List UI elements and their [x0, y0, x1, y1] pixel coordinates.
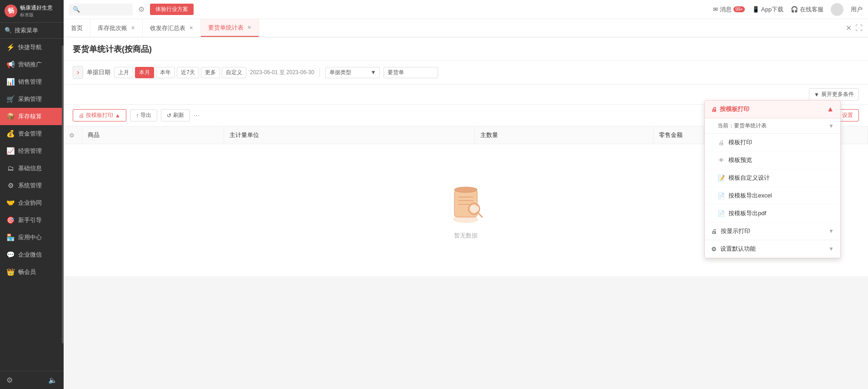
sidebar-search-label: 搜索菜单	[15, 26, 38, 35]
sidebar-item-inventory[interactable]: 📦 库存核算	[0, 108, 64, 125]
dropdown-item-template-print[interactable]: 🖨 模板打印	[705, 134, 840, 152]
sidebar-search-item[interactable]: 🔍 搜索菜单	[0, 23, 64, 39]
logo-title: 畅康通好生意	[20, 5, 53, 12]
date-btn-custom[interactable]: 自定义	[222, 67, 246, 78]
refresh-btn[interactable]: ↺ 刷新	[161, 109, 190, 121]
content-area: 要货单统计表(按商品) › 单据日期 上月 本月 本年 近7天 更多 自定义 2…	[64, 37, 868, 389]
goods-filter[interactable]: 要货单	[384, 67, 438, 78]
dropdown-collapse-btn[interactable]: ▲	[827, 105, 834, 113]
date-btn-last-month[interactable]: 上月	[114, 67, 133, 78]
basic-icon: 🗂	[6, 164, 15, 172]
search-icon: 🔍	[5, 27, 12, 34]
tab-receipt[interactable]: 收发存汇总表 ✕	[143, 19, 201, 37]
avatar[interactable]	[831, 3, 843, 16]
sidebar-menu: ⚡ 快捷导航 📢 营销推广 📊 销售管理 🛒 采购管理 📦 库存核算 💰 资金管…	[0, 39, 64, 371]
tab-bar-actions: ✕ ⛶	[846, 24, 868, 32]
sidebar-item-quicknav[interactable]: ⚡ 快捷导航	[0, 39, 64, 56]
top-search-box[interactable]: 🔍	[69, 4, 133, 15]
template-print-label: 模板打印	[728, 138, 752, 147]
notification-btn[interactable]: ✉ 消息 99+	[713, 5, 745, 14]
finance-icon: 💰	[6, 130, 15, 138]
online-service-btn[interactable]: 🎧 在线客服	[791, 5, 823, 14]
tab-batch-label: 库存批次账	[98, 24, 127, 32]
dropdown-item-export-excel[interactable]: 📄 按模板导出excel	[705, 187, 840, 205]
sidebar-item-appstore[interactable]: 🏪 应用中心	[0, 229, 64, 246]
dropdown-section-display-print[interactable]: 🖨 按显示打印 ▼	[705, 222, 840, 240]
dropdown-item-export-pdf[interactable]: 📄 按模板导出pdf	[705, 205, 840, 222]
section-left: ⚙ 设置默认功能	[711, 245, 756, 253]
export-pdf-icon: 📄	[718, 210, 725, 217]
current-template-arrow: ▼	[828, 123, 834, 129]
sidebar-item-vip[interactable]: 👑 畅会员	[0, 263, 64, 281]
tab-batch[interactable]: 库存批次账 ✕	[90, 19, 143, 37]
order-type-select[interactable]: 单据类型 ▼	[325, 67, 380, 78]
tab-batch-close[interactable]: ✕	[131, 25, 135, 31]
svg-point-9	[470, 205, 478, 213]
sidebar-item-sales[interactable]: 📊 销售管理	[0, 73, 64, 91]
more-icon[interactable]: ···	[194, 111, 200, 120]
tab-close-all-icon[interactable]: ✕	[846, 24, 852, 32]
tab-expand-icon[interactable]: ⛶	[855, 24, 863, 32]
tab-home-label: 首页	[71, 24, 83, 32]
sidebar-item-basic[interactable]: 🗂 基础信息	[0, 160, 64, 177]
sound-footer-icon[interactable]: 🔈	[48, 376, 57, 384]
default-func-arrow: ▼	[828, 246, 834, 252]
template-print-icon: 🖨	[718, 139, 725, 146]
top-gear-icon[interactable]: ⚙	[136, 3, 146, 15]
dropdown-current-template[interactable]: 当前：要货单统计表 ▼	[705, 118, 840, 134]
export-btn[interactable]: ↑ 导出	[130, 109, 157, 121]
tab-receipt-label: 收发存汇总表	[150, 24, 185, 32]
dropdown-item-template-preview[interactable]: 👁 模板预览	[705, 152, 840, 169]
sidebar-item-guide[interactable]: 🎯 新手引导	[0, 212, 64, 229]
sidebar-item-wechat[interactable]: 💬 企业微信	[0, 246, 64, 263]
order-type-label: 单据类型	[329, 69, 351, 76]
date-range-text: 2023-06-01 至 2023-06-30	[250, 69, 314, 76]
settings-footer-icon[interactable]: ⚙	[6, 376, 13, 384]
col-settings[interactable]: ⚙	[64, 126, 82, 144]
tab-receipt-close[interactable]: ✕	[189, 25, 193, 31]
dropdown-section-default-func[interactable]: ⚙ 设置默认功能 ▼	[705, 240, 840, 258]
notification-badge: 99+	[733, 6, 745, 12]
print-template-label: 按模板打印	[86, 111, 113, 119]
sidebar-item-collab[interactable]: 🤝 企业协同	[0, 194, 64, 212]
tab-bar: 首页 库存批次账 ✕ 收发存汇总表 ✕ 要货单统计表 ✕ ✕ ⛶	[64, 19, 868, 37]
tab-home[interactable]: 首页	[64, 19, 90, 37]
table-settings-icon[interactable]: ⚙	[69, 132, 75, 139]
dropdown-item-template-design[interactable]: 📝 模板自定义设计	[705, 169, 840, 187]
filter-toggle-btn[interactable]: ›	[73, 66, 83, 79]
expand-conditions-btn[interactable]: ▼ 展开更多条件	[809, 88, 859, 101]
empty-icon	[443, 181, 489, 226]
date-btn-this-month[interactable]: 本月	[135, 67, 154, 78]
date-btn-more[interactable]: 更多	[201, 67, 220, 78]
sidebar-item-marketing[interactable]: 📢 营销推广	[0, 56, 64, 73]
header-right: ✉ 消息 99+ 📱 App下载 🎧 在线客服 用户	[713, 3, 863, 16]
date-group: 上月 本月 本年 近7天 更多 自定义	[114, 67, 246, 78]
section-left: 🖨 按显示打印	[711, 227, 750, 235]
expand-icon: ▼	[814, 91, 819, 98]
col-unit: 主计量单位	[224, 126, 475, 144]
page-title: 要货单统计表(按商品)	[73, 44, 859, 55]
app-download-label: App下载	[761, 5, 783, 14]
default-func-icon: ⚙	[711, 246, 717, 253]
filter-separator	[319, 68, 320, 77]
main-area: 🔍 ⚙ 体验行业方案 ✉ 消息 99+ 📱 App下载 🎧 在线客服 用户	[64, 0, 868, 389]
trial-btn[interactable]: 体验行业方案	[150, 4, 194, 15]
print-template-dropdown: 🖨 按模板打印 ▲ 当前：要货单统计表 ▼ 🖨 模板打印 👁 模板预览 📝 模板…	[704, 100, 841, 258]
tab-order-stats[interactable]: 要货单统计表 ✕	[201, 19, 259, 37]
app-icon: 📱	[752, 6, 759, 13]
username-label: 用户	[851, 5, 863, 14]
date-btn-7days[interactable]: 近7天	[177, 67, 199, 78]
sidebar-item-label: 经营管理	[18, 147, 42, 155]
sidebar-item-purchase[interactable]: 🛒 采购管理	[0, 91, 64, 108]
date-btn-this-year[interactable]: 本年	[156, 67, 175, 78]
app-download-btn[interactable]: 📱 App下载	[752, 5, 783, 14]
sidebar-item-system[interactable]: ⚙ 系统管理	[0, 177, 64, 194]
tab-order-stats-close[interactable]: ✕	[247, 25, 251, 30]
current-template-label: 当前：要货单统计表	[718, 122, 767, 130]
display-print-icon: 🖨	[711, 228, 717, 235]
sidebar-item-finance[interactable]: 💰 资金管理	[0, 125, 64, 142]
filter-bar: › 单据日期 上月 本月 本年 近7天 更多 自定义 2023-06-01 至 …	[64, 61, 868, 85]
logo-text: 畅康通好生意 标准版	[20, 5, 53, 18]
print-template-btn[interactable]: 🖨 按模板打印 ▲	[73, 109, 126, 121]
sidebar-item-operation[interactable]: 📈 经营管理	[0, 142, 64, 160]
